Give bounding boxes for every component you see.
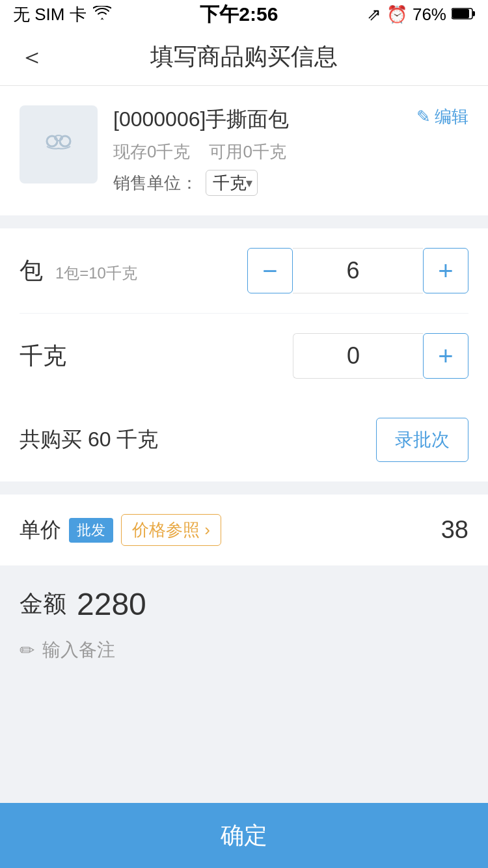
product-image [20,105,98,183]
price-label: 单价 [20,516,61,545]
kg-label: 千克 [20,342,66,369]
edit-icon: ✎ [416,107,431,127]
summary-text: 共购买 60 千克 [20,426,158,454]
package-input-section: 包 1包=10千克 − + 千克 + [0,228,488,398]
page-title: 填写商品购买信息 [150,41,338,73]
product-unit-row: 销售单位： 千克 [113,170,468,196]
unit-select[interactable]: 千克 [206,170,258,196]
product-stock: 现存0千克 可用0千克 [113,141,468,163]
kg-qty-control: + [293,333,468,379]
price-row: 单价 批发 价格参照 › 38 [20,514,468,546]
product-card: [0000006]手撕面包 ✎ 编辑 现存0千克 可用0千克 销售单位： 千克 [0,86,488,215]
edit-button[interactable]: ✎ 编辑 [416,105,468,128]
location-icon: ⇗ [367,5,381,25]
svg-point-3 [47,136,57,146]
package-qty-input[interactable] [293,248,423,293]
status-right: ⇗ ⏰ 76% [367,5,475,25]
divider-2 [0,481,488,495]
package-label: 包 [20,257,43,284]
unit-select-wrapper[interactable]: 千克 [206,170,258,196]
amount-value: 2280 [77,586,146,622]
product-info: [0000006]手撕面包 ✎ 编辑 现存0千克 可用0千克 销售单位： 千克 [113,105,468,196]
product-name: [0000006]手撕面包 [113,105,289,134]
package-input-row: 包 1包=10千克 − + [20,228,468,314]
price-label-group: 单价 批发 价格参照 › [20,514,221,546]
package-qty-control: − + [247,248,468,293]
battery-icon [452,5,475,25]
back-button[interactable]: ＜ [20,40,44,74]
price-ref-button[interactable]: 价格参照 › [121,514,221,546]
sim-label: 无 SIM 卡 [13,3,87,26]
summary-section: 共购买 60 千克 录批次 [0,398,488,481]
remark-row[interactable]: ✏ 输入备注 [20,638,468,662]
status-time: 下午2:56 [200,1,278,28]
summary-row: 共购买 60 千克 录批次 [20,398,468,481]
divider-1 [0,215,488,228]
svg-rect-2 [452,9,469,18]
kg-plus-button[interactable]: + [423,333,468,379]
kg-input-row: 千克 + [20,314,468,398]
remark-label: 输入备注 [42,638,115,662]
svg-point-4 [60,136,70,146]
status-left: 无 SIM 卡 [13,3,111,26]
nav-bar: ＜ 填写商品购买信息 [0,29,488,86]
price-value: 38 [441,516,468,544]
amount-section: 金额 2280 ✏ 输入备注 [0,567,488,675]
package-plus-button[interactable]: + [423,248,468,293]
package-minus-button[interactable]: − [247,248,293,293]
kg-qty-input[interactable] [293,333,423,379]
wifi-icon [93,5,111,25]
package-label-group: 包 1包=10千克 [20,255,137,287]
confirm-button[interactable]: 确定 [0,803,488,868]
battery-percent: 76% [413,5,446,25]
pencil-icon: ✏ [20,640,34,661]
price-section: 单价 批发 价格参照 › 38 [0,495,488,565]
status-bar: 无 SIM 卡 下午2:56 ⇗ ⏰ 76% [0,0,488,29]
alarm-icon: ⏰ [386,5,407,25]
batch-button[interactable]: 录批次 [376,418,468,462]
amount-label: 金额 [20,588,66,620]
svg-rect-1 [472,11,475,16]
kg-label-group: 千克 [20,340,66,372]
amount-row: 金额 2280 [20,586,468,622]
price-type-tag: 批发 [69,518,113,543]
package-sublabel: 1包=10千克 [55,264,137,282]
